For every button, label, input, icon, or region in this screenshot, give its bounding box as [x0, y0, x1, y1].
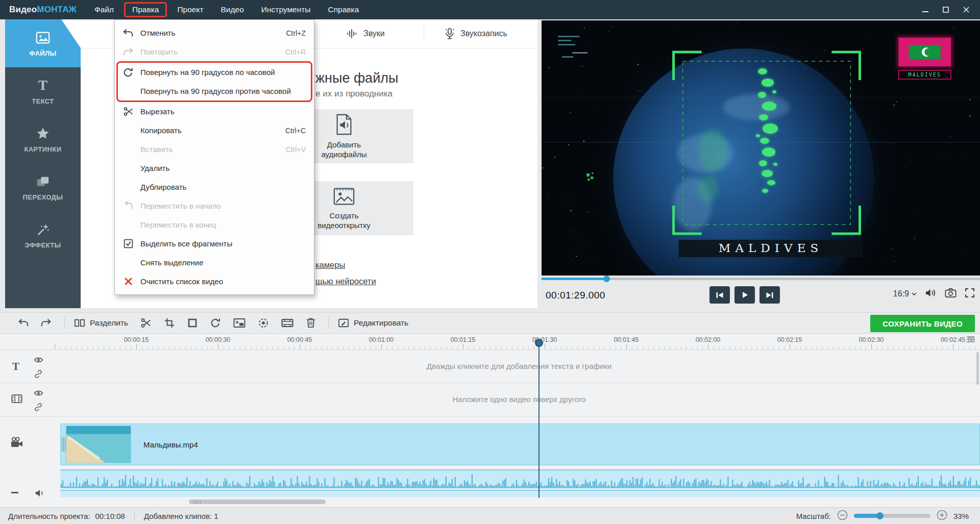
playhead-handle[interactable] [535, 339, 543, 347]
preview-options: 16:9 [893, 288, 975, 300]
prev-frame-button[interactable] [709, 286, 730, 304]
project-duration-value: 00:10:08 [95, 512, 125, 520]
menu-edit[interactable]: Правка [124, 2, 167, 17]
clips-added-status: Добавлено клипов: 1 [144, 512, 218, 520]
audio-track-stub[interactable] [60, 490, 980, 497]
film-icon [11, 394, 22, 404]
sound-wave-icon [346, 28, 358, 39]
menu-item-redo: Повторить Ctrl+R [115, 42, 314, 61]
speaker-icon[interactable] [35, 488, 46, 498]
app-window: ВидеоМОНТАЖ Файл Правка Проект Видео Инс… [0, 0, 980, 524]
redo-button[interactable] [40, 318, 52, 328]
rotate-cw-icon [122, 66, 134, 79]
menu-help[interactable]: Справка [319, 0, 368, 19]
horizontal-scrollbar[interactable] [0, 499, 980, 505]
play-button[interactable] [734, 286, 755, 304]
menu-item-rotate-cw[interactable]: Повернуть на 90 градусов по часовой [118, 63, 311, 82]
playhead-line[interactable] [538, 346, 540, 498]
aspect-ratio-select[interactable]: 16:9 [893, 289, 917, 298]
zoom-slider[interactable] [854, 514, 930, 518]
link-icon[interactable] [34, 403, 43, 412]
scroll-grip-icon[interactable] [967, 336, 974, 342]
menu-video[interactable]: Видео [212, 0, 253, 19]
vertical-scrollbar-thumb[interactable] [976, 352, 979, 385]
seek-handle[interactable] [603, 276, 610, 282]
preview-seek-bar[interactable] [542, 278, 980, 280]
zoom-label: Масштаб: [796, 512, 831, 520]
chevron-down-icon [912, 292, 917, 295]
tab-audio-record[interactable]: Звукозапись [444, 19, 507, 48]
volume-button[interactable] [925, 288, 937, 300]
undo-button[interactable] [17, 318, 30, 328]
app-logo: ВидеоМОНТАЖ [9, 5, 86, 15]
status-divider [134, 511, 135, 520]
sidebar-item-transitions[interactable]: ПЕРЕХОДЫ [5, 163, 81, 211]
star-icon [36, 126, 50, 141]
eye-icon[interactable] [34, 389, 43, 397]
menu-item-delete[interactable]: Удалить [115, 159, 314, 178]
text-track-icon: T [12, 360, 19, 373]
zoom-slider-thumb[interactable] [876, 512, 884, 519]
fullscreen-button[interactable] [965, 288, 975, 300]
webcam-link[interactable]: камеры [315, 260, 345, 270]
audio-waveform-band[interactable] [60, 469, 980, 488]
neural-network-link[interactable]: щью нейросети [315, 277, 376, 286]
menu-item-clear-video-list[interactable]: Очистить список видео [115, 272, 314, 291]
clip-grip-handle[interactable] [61, 424, 66, 465]
files-subheading: е их из проводника [315, 89, 393, 99]
chroma-key-button[interactable] [258, 317, 269, 329]
undo-icon [122, 27, 134, 39]
scrollbar-thumb[interactable] [189, 500, 326, 504]
delete-button[interactable] [306, 317, 316, 329]
link-icon[interactable] [34, 369, 43, 379]
ruler-label: 00:01:45 [608, 336, 644, 343]
menu-item-duplicate[interactable]: Дублировать [115, 178, 314, 196]
menu-item-select-all[interactable]: Выделить все фрагменты [115, 234, 314, 253]
chroma-key-icon [258, 317, 269, 329]
ruler-label: 00:01:30 [527, 336, 562, 343]
ruler-label: 00:02:00 [690, 336, 726, 343]
files-icon [35, 30, 51, 45]
files-heading: жные файлы [315, 70, 398, 86]
crop-button[interactable] [164, 317, 175, 329]
eye-icon[interactable] [34, 356, 43, 364]
menu-file[interactable]: Файл [86, 0, 122, 19]
microphone-icon [444, 28, 455, 40]
maximize-button[interactable] [938, 3, 953, 16]
menu-item-rotate-ccw[interactable]: Повернуть на 90 градусов против часовой [118, 82, 311, 101]
sidebar-item-effects[interactable]: ЭФФЕКТЫ [5, 211, 81, 259]
menu-tools[interactable]: Инструменты [253, 0, 320, 19]
tab-sounds[interactable]: Звуки [346, 19, 385, 48]
cut-button[interactable] [140, 317, 152, 329]
video-title: MALDIVES [719, 241, 823, 255]
pip-button[interactable] [233, 318, 246, 328]
minimize-button[interactable] [918, 3, 933, 16]
transport-controls [709, 286, 780, 304]
clip-thumbnail [66, 426, 131, 463]
freeze-frame-button[interactable] [187, 318, 198, 328]
zoom-out-button[interactable] [837, 510, 848, 522]
sidebar-item-text[interactable]: T ТЕКСТ [5, 67, 81, 115]
filmstrip-button[interactable] [281, 318, 293, 328]
edit-clip-button[interactable]: Редактировать [338, 318, 408, 328]
timeline-ruler[interactable]: 00:00:15 00:00:30 00:00:45 00:01:00 00:0… [0, 334, 980, 350]
close-icon [963, 7, 969, 13]
snapshot-button[interactable] [945, 288, 957, 300]
sidebar-item-images[interactable]: КАРТИНКИ [5, 115, 81, 163]
video-preview[interactable]: MALDIVES MALDIVES [542, 20, 980, 276]
menu-item-deselect[interactable]: Снять выделение [115, 253, 314, 272]
save-video-button[interactable]: СОХРАНИТЬ ВИДЕО [870, 315, 975, 332]
menu-project[interactable]: Проект [168, 0, 212, 19]
rotate-button[interactable] [210, 317, 221, 329]
preview-controls: 00:01:29.000 16:9 [542, 284, 980, 308]
zoom-in-button[interactable] [937, 510, 947, 522]
next-frame-button[interactable] [760, 286, 780, 304]
audio-file-icon [333, 113, 355, 136]
collapse-dash-icon[interactable] [11, 492, 18, 494]
menu-item-undo[interactable]: Отменить Ctrl+Z [115, 23, 314, 42]
close-button[interactable] [959, 3, 974, 16]
split-button[interactable]: Разделить [74, 318, 128, 328]
menu-item-copy[interactable]: Копировать Ctrl+C [115, 121, 314, 140]
timeline-clip[interactable]: Мальдивы.mp4 [60, 423, 980, 465]
menu-item-cut[interactable]: Вырезать [115, 102, 314, 121]
